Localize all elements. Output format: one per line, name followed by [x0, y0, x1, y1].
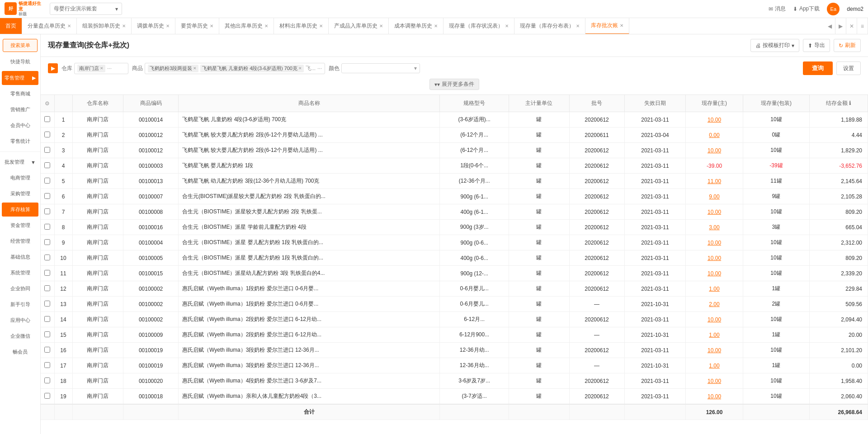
sidebar-item-retail-mgmt[interactable]: 零售管理 ▶ [2, 71, 38, 85]
cell-qty-main[interactable]: 10.00 [686, 373, 743, 389]
cell-checkbox[interactable] [41, 373, 54, 389]
nav-next-btn[interactable]: ▶ [835, 18, 846, 34]
product-filter-tags[interactable]: 飞鹤奶粉3段两提装 ✕ 飞鹤星飞帆 儿童奶粉 4段(3-6岁适用) 700克 ✕… [145, 63, 325, 74]
product-tag-1-close[interactable]: ✕ [193, 66, 197, 71]
tab-close-icon[interactable]: ✕ [166, 24, 170, 28]
cell-checkbox[interactable] [41, 327, 54, 343]
cell-qty-main[interactable]: 1.00 [686, 358, 743, 373]
cell-checkbox[interactable] [41, 312, 54, 327]
sidebar-item-system[interactable]: 系统管理 [2, 266, 38, 280]
row-checkbox[interactable] [44, 193, 50, 199]
cell-checkbox[interactable] [41, 389, 54, 405]
tab-close-icon[interactable]: ✕ [505, 24, 509, 28]
query-btn[interactable]: 查询 [803, 61, 833, 75]
cell-checkbox[interactable] [41, 158, 54, 174]
search-menu-btn[interactable]: 搜索菜单 [3, 39, 38, 52]
refresh-btn[interactable]: ↻ 刷新 [834, 39, 861, 52]
tab-close-icon[interactable]: ✕ [264, 24, 268, 28]
message-btn[interactable]: ✉ 消息 [769, 5, 786, 13]
cell-checkbox[interactable] [41, 220, 54, 235]
color-input[interactable] [344, 65, 412, 71]
row-checkbox[interactable] [44, 393, 50, 399]
warehouse-tag-close[interactable]: ✕ [100, 66, 104, 71]
user-avatar[interactable]: Ea [827, 3, 840, 15]
cell-qty-main[interactable]: 10.00 [686, 266, 743, 281]
export-btn[interactable]: ⬆ 导出 [803, 39, 830, 52]
row-checkbox[interactable] [44, 270, 50, 276]
industry-dropdown-icon[interactable]: ▾ [115, 6, 118, 12]
row-checkbox[interactable] [44, 362, 50, 368]
row-checkbox[interactable] [44, 116, 50, 122]
tab-diaobodanls[interactable]: 调拨单历史 ✕ [132, 18, 175, 34]
tab-chengbentiaozhen[interactable]: 成本调整单历史 ✕ [389, 18, 443, 34]
template-print-btn[interactable]: 🖨 按模板打印 ▾ [750, 39, 799, 52]
row-checkbox[interactable] [44, 377, 50, 383]
cell-qty-main[interactable]: 0.00 [686, 127, 743, 143]
cell-qty-main[interactable]: 10.00 [686, 312, 743, 327]
cell-checkbox[interactable] [41, 235, 54, 250]
tab-close-icon[interactable]: ✕ [319, 24, 323, 28]
cell-checkbox[interactable] [41, 266, 54, 281]
cell-checkbox[interactable] [41, 343, 54, 358]
row-checkbox[interactable] [44, 347, 50, 353]
tab-close-icon[interactable]: ✕ [620, 23, 623, 28]
cell-qty-main[interactable]: 10.00 [686, 112, 743, 127]
tab-chanpinruku[interactable]: 产成品入库单历史 ✕ [329, 18, 389, 34]
sidebar-item-inventory[interactable]: 库存核算 [2, 203, 38, 217]
tab-xiancunliangkuzhong[interactable]: 现存量（库存状况表） ✕ [443, 18, 514, 34]
row-checkbox[interactable] [44, 224, 50, 230]
cell-qty-main[interactable]: 3.00 [686, 220, 743, 235]
color-filter[interactable]: ▾ [341, 63, 420, 73]
warehouse-tags[interactable]: 南岸门店 ✕ ··· [74, 63, 128, 74]
cell-qty-main[interactable]: 10.00 [686, 343, 743, 358]
cell-qty-main[interactable]: 10.00 [686, 250, 743, 266]
cell-qty-main[interactable]: 1.00 [686, 327, 743, 343]
tab-cailiaochuku[interactable]: 材料出库单历史 ✕ [274, 18, 329, 34]
tab-xiancunliangkufenbu[interactable]: 现存量（库存分布表） ✕ [514, 18, 585, 34]
row-checkbox[interactable] [44, 208, 50, 214]
tab-qitachuku[interactable]: 其他出库单历史 ✕ [219, 18, 274, 34]
row-checkbox[interactable] [44, 132, 50, 137]
cell-checkbox[interactable] [41, 297, 54, 312]
cell-qty-main[interactable]: 2.00 [686, 297, 743, 312]
filter-expand-btn[interactable]: ▶ [48, 63, 58, 73]
row-checkbox[interactable] [44, 285, 50, 291]
cell-checkbox[interactable] [41, 174, 54, 189]
cell-checkbox[interactable] [41, 112, 54, 127]
row-checkbox[interactable] [44, 255, 50, 260]
warehouse-filter-more[interactable]: ··· [107, 65, 112, 71]
cell-checkbox[interactable] [41, 281, 54, 297]
sidebar-item-enterprise[interactable]: 企业协同 [2, 282, 38, 296]
tab-fenliangpandian[interactable]: 分量盘点单历史 ✕ [22, 18, 77, 34]
sidebar-item-basic-info[interactable]: 基础信息 [2, 250, 38, 264]
row-checkbox[interactable] [44, 331, 50, 337]
cell-qty-main[interactable]: 10.00 [686, 235, 743, 250]
col-settings-icon[interactable]: ⚙ [45, 100, 50, 107]
tab-close-icon[interactable]: ✕ [379, 24, 383, 28]
cell-checkbox[interactable] [41, 250, 54, 266]
col-settings[interactable]: ⚙ [41, 95, 54, 112]
cell-qty-main[interactable]: 10.00 [686, 143, 743, 158]
product-filter-ellipsis[interactable]: ··· [317, 65, 322, 71]
row-checkbox[interactable] [44, 162, 50, 168]
sidebar-item-guide[interactable]: 新手引导 [2, 297, 38, 311]
sidebar-item-finance[interactable]: 资金管理 [2, 218, 38, 232]
cell-checkbox[interactable] [41, 127, 54, 143]
tab-yaohuo[interactable]: 要货单历史 ✕ [175, 18, 219, 34]
sidebar-item-member[interactable]: 会员中心 [2, 118, 38, 132]
cell-qty-main[interactable]: 10.00 [686, 204, 743, 220]
tab-close-icon[interactable]: ✕ [434, 24, 438, 28]
cell-qty-main[interactable]: 11.00 [686, 174, 743, 189]
cell-checkbox[interactable] [41, 143, 54, 158]
row-checkbox[interactable] [44, 147, 50, 153]
nav-menu-btn[interactable]: ≡ [857, 18, 868, 34]
cell-qty-main[interactable]: 9.00 [686, 189, 743, 204]
settings-filter-btn[interactable]: 设置 [836, 61, 861, 75]
sidebar-item-vip[interactable]: 畅会员 [2, 345, 38, 359]
row-checkbox[interactable] [44, 239, 50, 245]
tab-kucunpicicizhan[interactable]: 库存批次账 ✕ [585, 18, 629, 34]
product-tag-2-close[interactable]: ✕ [298, 66, 302, 71]
sidebar-item-operations[interactable]: 经营管理 [2, 234, 38, 248]
tab-close-icon[interactable]: ✕ [210, 24, 213, 28]
color-dropdown-icon[interactable]: ▾ [414, 65, 417, 71]
